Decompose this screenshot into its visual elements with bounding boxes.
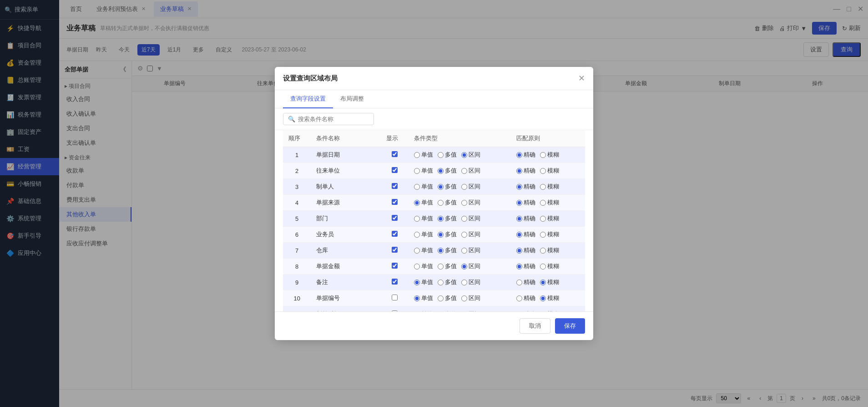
cond-type-option[interactable]: 区间: [461, 246, 480, 254]
cell-display: [381, 290, 409, 306]
cell-match: 精确模糊: [511, 259, 585, 275]
match-option[interactable]: 模糊: [540, 230, 559, 239]
table-row: 2往来单位单值多值区间精确模糊: [283, 163, 585, 179]
match-option[interactable]: 模糊: [540, 262, 559, 270]
cell-name: 制单人: [311, 179, 380, 195]
modal-overlay: 设置查询区域布局 ✕ 查询字段设置 布局调整 🔍 顺序: [0, 0, 868, 407]
display-checkbox[interactable]: [392, 183, 398, 189]
cond-type-option[interactable]: 区间: [461, 198, 480, 207]
dialog-search-area: 🔍: [275, 108, 593, 130]
cond-type-option[interactable]: 多值: [438, 214, 457, 223]
match-option[interactable]: 精确: [516, 214, 535, 223]
cond-type-option[interactable]: 单值: [414, 167, 433, 175]
cell-name: 仓库: [311, 243, 380, 259]
table-row: 11制单时间单值多值区间精确模糊: [283, 306, 585, 312]
table-row: 5部门单值多值区间精确模糊: [283, 211, 585, 227]
cond-type-option[interactable]: 单值: [414, 294, 433, 302]
cond-type-option[interactable]: 单值: [414, 183, 433, 191]
cell-condtype: 单值多值区间: [409, 227, 511, 243]
match-option[interactable]: 精确: [516, 246, 535, 254]
cond-type-option[interactable]: 多值: [438, 294, 457, 302]
cond-type-option[interactable]: 区间: [461, 278, 480, 286]
display-checkbox[interactable]: [392, 231, 398, 237]
table-row: 7仓库单值多值区间精确模糊: [283, 243, 585, 259]
match-option[interactable]: 精确: [516, 262, 535, 270]
cell-condtype: 单值多值区间: [409, 306, 511, 312]
match-option[interactable]: 模糊: [540, 246, 559, 254]
th-condtype: 条件类型: [409, 130, 511, 147]
cell-name: 备注: [311, 275, 380, 290]
match-option[interactable]: 模糊: [540, 167, 559, 175]
cell-display: [381, 275, 409, 290]
cond-type-option[interactable]: 单值: [414, 230, 433, 239]
search-input[interactable]: [298, 116, 369, 122]
cell-display: [381, 306, 409, 312]
table-row: 4单据来源单值多值区间精确模糊: [283, 195, 585, 211]
cell-display: [381, 195, 409, 211]
cond-type-option[interactable]: 单值: [414, 262, 433, 270]
th-display: 显示: [381, 130, 409, 147]
cond-type-option[interactable]: 多值: [438, 262, 457, 270]
cond-type-option[interactable]: 多值: [438, 198, 457, 207]
display-checkbox[interactable]: [392, 279, 398, 285]
dialog-table-wrap: 顺序 条件名称 显示 条件类型 匹配原则 1单据日期单值多值区间精确模糊2往来单…: [275, 130, 593, 311]
match-option[interactable]: 模糊: [540, 278, 559, 286]
cancel-button[interactable]: 取消: [520, 318, 550, 334]
dialog-tab-layout[interactable]: 布局调整: [333, 90, 371, 108]
cond-type-option[interactable]: 区间: [461, 214, 480, 223]
th-name: 条件名称: [311, 130, 380, 147]
match-option[interactable]: 模糊: [540, 214, 559, 223]
match-option[interactable]: 模糊: [540, 294, 559, 302]
cond-type-option[interactable]: 区间: [461, 294, 480, 302]
match-option[interactable]: 精确: [516, 151, 535, 159]
dialog-close-button[interactable]: ✕: [578, 73, 585, 83]
cond-type-option[interactable]: 区间: [461, 230, 480, 239]
cond-type-option[interactable]: 单值: [414, 278, 433, 286]
cell-order: 11: [283, 306, 311, 312]
cond-type-option[interactable]: 区间: [461, 262, 480, 270]
th-order: 顺序: [283, 130, 311, 147]
display-checkbox[interactable]: [392, 295, 398, 300]
cond-type-option[interactable]: 单值: [414, 151, 433, 159]
match-option[interactable]: 模糊: [540, 198, 559, 207]
cond-type-option[interactable]: 单值: [414, 198, 433, 207]
cond-type-option[interactable]: 区间: [461, 151, 480, 159]
dialog-tab-fields[interactable]: 查询字段设置: [283, 90, 333, 108]
cond-type-option[interactable]: 单值: [414, 214, 433, 223]
cond-type-option[interactable]: 区间: [461, 167, 480, 175]
cell-condtype: 单值多值区间: [409, 147, 511, 163]
display-checkbox[interactable]: [392, 215, 398, 221]
cond-type-option[interactable]: 多值: [438, 230, 457, 239]
cell-display: [381, 259, 409, 275]
match-option[interactable]: 精确: [516, 183, 535, 191]
display-checkbox[interactable]: [392, 263, 398, 269]
cond-type-option[interactable]: 多值: [438, 151, 457, 159]
cond-type-option[interactable]: 多值: [438, 246, 457, 254]
cond-type-option[interactable]: 单值: [414, 246, 433, 254]
display-checkbox[interactable]: [392, 247, 398, 253]
match-option[interactable]: 模糊: [540, 151, 559, 159]
match-option[interactable]: 精确: [516, 198, 535, 207]
match-option[interactable]: 精确: [516, 278, 535, 286]
match-option[interactable]: 精确: [516, 167, 535, 175]
cond-type-option[interactable]: 多值: [438, 167, 457, 175]
match-option[interactable]: 精确: [516, 294, 535, 302]
cond-type-option[interactable]: 区间: [461, 183, 480, 191]
search-input-wrap: 🔍: [283, 113, 374, 125]
display-checkbox[interactable]: [392, 199, 398, 205]
table-row: 3制单人单值多值区间精确模糊: [283, 179, 585, 195]
cell-name: 业务员: [311, 227, 380, 243]
cell-name: 部门: [311, 211, 380, 227]
cond-type-option[interactable]: 多值: [438, 278, 457, 286]
display-checkbox[interactable]: [392, 167, 398, 173]
search-icon: 🔍: [288, 116, 295, 122]
save-dialog-button[interactable]: 保存: [555, 318, 585, 334]
match-option[interactable]: 模糊: [540, 183, 559, 191]
match-option[interactable]: 精确: [516, 230, 535, 239]
cell-condtype: 单值多值区间: [409, 275, 511, 290]
dialog-footer: 取消 保存: [275, 311, 593, 340]
cell-match: 精确模糊: [511, 243, 585, 259]
display-checkbox[interactable]: [392, 151, 398, 157]
cond-type-option[interactable]: 多值: [438, 183, 457, 191]
cell-order: 2: [283, 163, 311, 179]
